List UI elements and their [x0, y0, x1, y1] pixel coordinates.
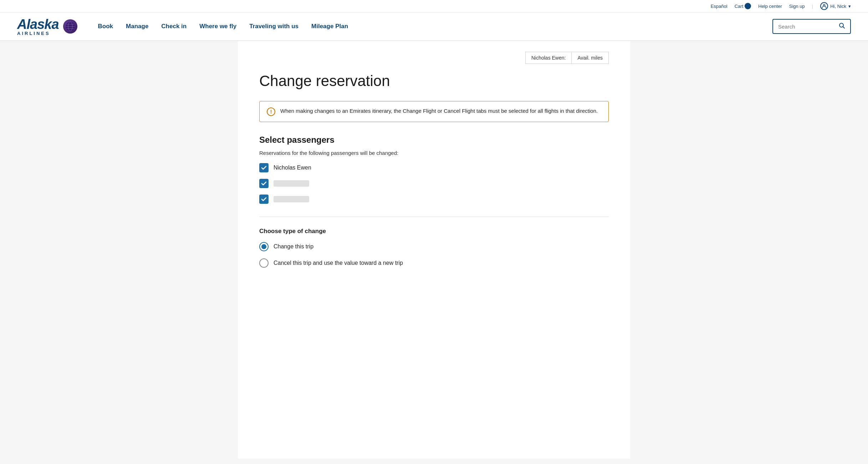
help-center-link[interactable]: Help center: [758, 4, 782, 9]
logo-alaska: Alaska: [17, 17, 59, 31]
list-item: [259, 179, 609, 188]
nav-checkin[interactable]: Check in: [155, 12, 193, 41]
section-divider: [259, 217, 609, 217]
miles-bar: Nicholas Ewen: Avail. miles: [259, 52, 609, 64]
radio-change-trip[interactable]: Change this trip: [259, 242, 609, 251]
chevron-down-icon: ▾: [848, 4, 851, 9]
logo: Alaska AIRLINES: [17, 17, 59, 36]
user-menu[interactable]: Hi, Nick ▾: [820, 2, 851, 10]
list-item: Nicholas Ewen: [259, 163, 609, 172]
logo-area[interactable]: Alaska AIRLINES: [17, 17, 77, 36]
radio-cancel-trip[interactable]: Cancel this trip and use the value towar…: [259, 258, 609, 268]
cart-link[interactable]: Cart 0: [735, 3, 751, 9]
warning-icon: !: [267, 107, 275, 116]
cart-count: 0: [745, 3, 751, 9]
passenger-checkbox-2[interactable]: [259, 179, 269, 188]
passenger-name-redacted-3: [274, 196, 309, 202]
passenger-checkbox-1[interactable]: [259, 163, 269, 172]
warning-banner: ! When making changes to an Emirates iti…: [259, 101, 609, 122]
change-type-title: Choose type of change: [259, 228, 609, 235]
list-item: [259, 195, 609, 204]
user-icon: [820, 2, 828, 10]
passenger-name-1: Nicholas Ewen: [274, 165, 311, 171]
change-type-radio-group: Change this trip Cancel this trip and us…: [259, 242, 609, 268]
user-greeting: Hi, Nick: [830, 4, 846, 9]
passenger-name-redacted-2: [274, 180, 309, 187]
page-title: Change reservation: [259, 72, 609, 90]
miles-info: Nicholas Ewen: Avail. miles: [525, 52, 609, 64]
sign-up-link[interactable]: Sign up: [789, 4, 805, 9]
oneworld-globe: [63, 19, 77, 34]
nav-mileage-plan[interactable]: Mileage Plan: [305, 12, 354, 41]
svg-line-7: [843, 27, 845, 29]
nav-links: Book Manage Check in Where we fly Travel…: [92, 12, 772, 41]
miles-name: Nicholas Ewen:: [526, 52, 572, 64]
passenger-list: Nicholas Ewen: [259, 163, 609, 204]
logo-airlines: AIRLINES: [17, 31, 59, 36]
radio-change-trip-button[interactable]: [259, 242, 269, 251]
select-passengers-title: Select passengers: [259, 135, 609, 145]
top-utility-bar: Español Cart 0 Help center Sign up | Hi,…: [0, 0, 868, 12]
main-nav: Alaska AIRLINES Book Manage Check in Whe…: [0, 12, 868, 41]
page-content: Nicholas Ewen: Avail. miles Change reser…: [238, 41, 630, 459]
nav-traveling-with-us[interactable]: Traveling with us: [243, 12, 305, 41]
nav-book[interactable]: Book: [92, 12, 120, 41]
radio-cancel-trip-label: Cancel this trip and use the value towar…: [274, 260, 403, 266]
search-input[interactable]: [778, 24, 836, 30]
radio-change-trip-label: Change this trip: [274, 243, 313, 250]
passenger-checkbox-3[interactable]: [259, 195, 269, 204]
miles-value: Avail. miles: [572, 52, 608, 64]
warning-text: When making changes to an Emirates itine…: [280, 107, 598, 115]
divider: |: [812, 4, 813, 9]
radio-cancel-trip-button[interactable]: [259, 258, 269, 268]
espanol-link[interactable]: Español: [711, 4, 727, 9]
select-passengers-subtitle: Reservations for the following passenger…: [259, 150, 609, 156]
search-icon: [839, 22, 845, 30]
radio-change-trip-dot: [261, 244, 266, 249]
nav-manage[interactable]: Manage: [119, 12, 155, 41]
search-box[interactable]: [772, 19, 851, 34]
nav-where-we-fly[interactable]: Where we fly: [193, 12, 243, 41]
